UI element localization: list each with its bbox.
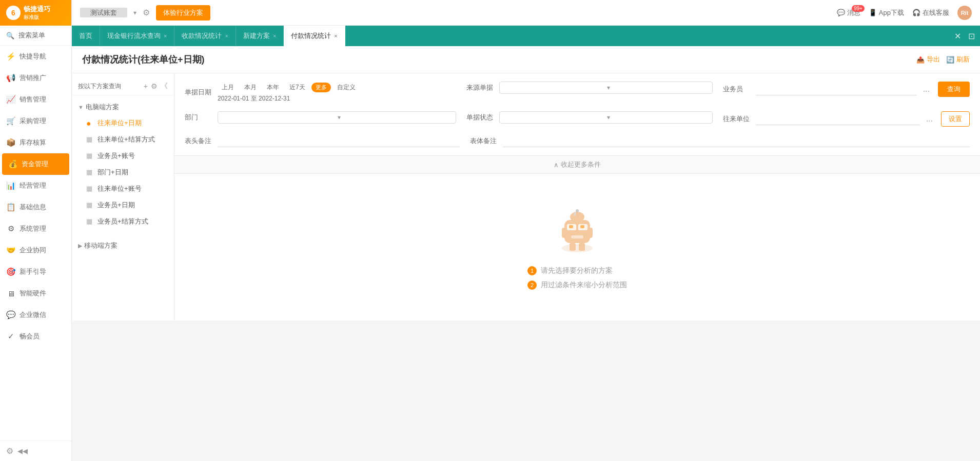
quick-nav-icon: ⚡ [6,52,15,61]
empty-hint-1: 1 请先选择要分析的方案 [527,266,627,275]
scheme-dept-date[interactable]: ▦ 部门+日期 [72,164,174,181]
sidebar-item-label: 采购管理 [19,116,46,126]
query-btn[interactable]: 查询 [938,82,970,97]
svg-point-11 [570,212,584,222]
partner-dots-btn[interactable]: ... [926,114,933,124]
date-custom[interactable]: 自定义 [333,82,360,93]
scheme-salesperson-account[interactable]: ▦ 业务员+账号 [72,148,174,164]
operations-icon: 📊 [6,181,15,190]
left-panel: 按以下方案查询 + ⚙ 《 ▼ 电脑端方案 ● 往来单位+日期 [72,73,174,320]
guide-icon: 🎯 [6,267,15,276]
sidebar-item-sales[interactable]: 📈 销售管理 [0,89,71,110]
tab-receipt-stats[interactable]: 收款情况统计 × [174,26,236,46]
bodynote-filter-group: 表体备注 [470,135,970,147]
scheme-partner-date[interactable]: ● 往来单位+日期 [72,115,174,131]
sidebar-item-purchase[interactable]: 🛒 采购管理 [0,110,71,132]
tab-payment-stats[interactable]: 付款情况统计 × [284,26,345,46]
svg-rect-4 [569,225,573,228]
sidebar-item-wechat[interactable]: 💬 企业微信 [0,304,71,326]
mobile-section-header[interactable]: ▶ 移动端方案 [72,238,174,253]
sidebar-item-guide[interactable]: 🎯 新手引导 [0,261,71,283]
company-name: 测试账套 [80,8,127,17]
dept-select[interactable]: ▾ [218,111,456,124]
enterprise-icon: 🤝 [6,246,15,255]
refresh-btn[interactable]: 🔄 刷新 [946,55,970,64]
settings-btn[interactable]: 设置 [941,111,970,127]
sidebar-item-smart-hw[interactable]: 🖥 智能硬件 [0,283,71,304]
company-dropdown[interactable]: ▾ [133,9,136,16]
export-btn[interactable]: 📤 导出 [916,55,940,64]
sidebar-item-label: 畅会员 [19,332,40,341]
docstatus-select[interactable]: ▾ [499,111,713,124]
maximize-window-btn[interactable]: ⊡ [965,29,978,43]
tab-bank-flow[interactable]: 现金银行流水查询 × [100,26,174,46]
search-menu[interactable]: 🔍 搜索菜单 [0,26,71,46]
page-content: 付款情况统计(往来单位+日期) 📤 导出 🔄 刷新 按以下方案查询 + ⚙ [72,46,980,461]
scheme-partner-settle[interactable]: ▦ 往来单位+结算方式 [72,131,174,148]
sidebar-item-quick-nav[interactable]: ⚡ 快捷导航 [0,46,71,67]
app-download-btn[interactable]: 📱 App下载 [869,8,904,17]
bodynote-input[interactable] [503,135,970,147]
sidebar-item-operations[interactable]: 📊 经营管理 [0,175,71,196]
scheme-partner-account[interactable]: ▦ 往来单位+账号 [72,181,174,197]
sidebar-settings-icon[interactable]: ⚙ [6,446,13,456]
scheme-settings-btn[interactable]: ⚙ [151,82,158,90]
source-select[interactable]: ▾ [499,82,713,94]
date-this-year[interactable]: 本年 [263,82,283,93]
date-this-month[interactable]: 本月 [240,82,261,93]
partner-filter-group: 往来单位 ... 设置 [723,111,970,127]
basic-info-icon: 📋 [6,203,15,212]
tab-close-receipt-stats[interactable]: × [225,33,228,39]
sidebar-collapse-icon[interactable]: ◀◀ [17,447,28,455]
logo-icon: 6 [6,6,21,20]
sidebar-item-enterprise[interactable]: 🤝 企业协同 [0,239,71,261]
tab-close-bank-flow[interactable]: × [164,33,167,39]
date-options-row: 上月 本月 本年 近7天 更多 自定义 [218,82,360,93]
trial-btn[interactable]: 体验行业方案 [156,5,210,21]
sidebar-header: 6 畅捷通巧 标准版 [0,0,71,26]
date-more[interactable]: 更多 [311,83,331,92]
page-header-actions: 📤 导出 🔄 刷新 [916,55,970,64]
desktop-section-label: 电脑端方案 [86,103,119,112]
date-last-7[interactable]: 近7天 [285,82,309,93]
settings-gear-icon[interactable]: ⚙ [143,8,150,17]
scheme-salesperson-settle[interactable]: ▦ 业务员+结算方式 [72,213,174,230]
sidebar-item-label: 营销推广 [19,73,46,83]
svg-rect-7 [562,228,566,238]
desktop-section-header[interactable]: ▼ 电脑端方案 [72,99,174,115]
sidebar-item-basic-info[interactable]: 📋 基础信息 [0,196,71,218]
partner-input[interactable] [756,113,919,125]
tab-close-new-plan[interactable]: × [273,33,276,39]
empty-state-area: 1 请先选择要分析的方案 2 用过滤条件来缩小分析范围 [174,174,980,320]
svg-rect-5 [580,225,584,228]
collapse-panel-btn[interactable]: 《 [161,82,168,91]
sidebar-item-finance[interactable]: 💰 资金管理 [2,153,69,175]
service-btn[interactable]: 🎧 在线客服 [912,8,949,17]
date-last-month[interactable]: 上月 [218,82,238,93]
topbar: 测试账套 ▾ ⚙ 体验行业方案 💬 消息 99+ 📱 App下载 🎧 在线客服 … [72,0,980,26]
sidebar-item-inventory[interactable]: 📦 库存核算 [0,132,71,153]
sidebar-footer: ⚙ ◀◀ [0,440,71,461]
headernote-filter-group: 表头备注 [185,135,460,147]
tab-home[interactable]: 首页 [72,26,100,46]
sidebar-item-marketing[interactable]: 📢 营销推广 [0,67,71,89]
add-scheme-btn[interactable]: + [144,82,148,90]
message-btn[interactable]: 💬 消息 99+ [837,8,860,17]
sidebar-item-member[interactable]: ✓ 畅会员 [0,326,71,347]
svg-rect-12 [574,212,576,216]
headernote-input[interactable] [218,135,460,147]
mobile-section-label: 移动端方案 [84,241,117,250]
user-avatar[interactable]: Rit [957,6,972,20]
search-label: 搜索菜单 [18,31,45,40]
filter-area: 单据日期 上月 本月 本年 近7天 更多 自定义 [174,73,980,174]
scheme-salesperson-date[interactable]: ▦ 业务员+日期 [72,197,174,213]
collapse-filter-btn[interactable]: ∧ 收起更多条件 [554,160,601,169]
date-filter-group: 单据日期 上月 本月 本年 近7天 更多 自定义 [185,82,456,103]
tab-close-payment-stats[interactable]: × [334,33,337,39]
close-window-btn[interactable]: ✕ [951,29,964,43]
desktop-section: ▼ 电脑端方案 ● 往来单位+日期 ▦ 往来单位+结算方式 ▦ 业务员+账号 [72,95,174,234]
salesperson-input[interactable] [756,83,916,95]
sidebar-item-system[interactable]: ⚙ 系统管理 [0,218,71,239]
tab-new-plan[interactable]: 新建方案 × [236,26,284,46]
salesperson-dots-btn[interactable]: ... [923,85,930,94]
